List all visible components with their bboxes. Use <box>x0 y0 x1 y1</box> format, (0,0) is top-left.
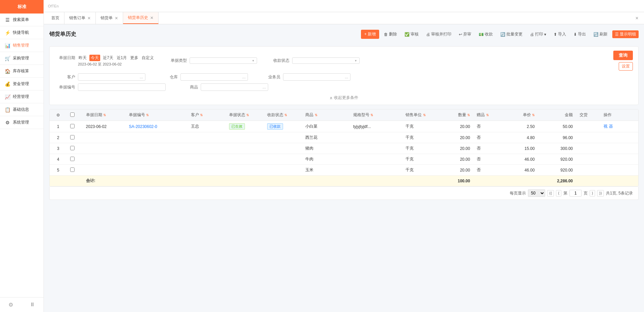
sidebar-item-basic-info[interactable]: 📋 基础信息 <box>0 103 44 116</box>
tab-sales-goods[interactable]: 销货单 ✕ <box>96 12 123 24</box>
filter-pay-status-select[interactable]: ▾ <box>292 57 360 64</box>
page-input[interactable] <box>569 190 582 197</box>
last-page-btn[interactable]: ⟩⟩ <box>597 190 604 197</box>
purchase-mgmt-icon: 🛒 <box>5 56 10 61</box>
action-btn[interactable]: 器 <box>609 124 613 129</box>
th-date[interactable]: 单据日期 ⇅ <box>83 109 125 121</box>
tab-sales-goods-close[interactable]: ✕ <box>115 16 118 21</box>
th-qty[interactable]: 数量 ⇅ <box>440 109 473 121</box>
print-button[interactable]: 🖨 打印 ▾ <box>527 30 549 38</box>
sidebar-pause-btn[interactable]: ⏸ <box>28 300 36 309</box>
salesman-dots[interactable]: ... <box>345 75 348 79</box>
abandon-button[interactable]: ↩ 弃审 <box>456 30 474 38</box>
row-checkbox[interactable] <box>70 167 75 172</box>
prev-page-btn[interactable]: ⟨ <box>556 190 561 197</box>
shortcut-today[interactable]: 今天 <box>89 55 100 61</box>
action-btn[interactable]: 视 <box>604 124 608 129</box>
doc-no-input-field[interactable] <box>80 85 163 89</box>
tab-sales-history-close[interactable]: ✕ <box>150 16 153 20</box>
row-checkbox-cell[interactable] <box>67 165 83 176</box>
query-button[interactable]: 查询 <box>613 51 633 60</box>
sidebar-item-ops-mgmt[interactable]: 📈 经营管理 <box>0 90 44 103</box>
warehouse-dots[interactable]: ... <box>242 75 246 79</box>
shortcut-1month[interactable]: 近1月 <box>116 55 128 61</box>
filter-salesman-input[interactable]: ... <box>283 73 351 81</box>
row-no <box>125 154 188 165</box>
audit-print-button[interactable]: 🖨 审核并打印 <box>423 30 454 38</box>
th-status[interactable]: 单据状态 ⇅ <box>226 109 264 121</box>
tab-sales-history[interactable]: 销货单历史 ✕ <box>123 12 159 24</box>
import-button[interactable]: ⬆ 导入 <box>551 30 569 38</box>
row-checkbox[interactable] <box>70 157 75 161</box>
shortcut-more[interactable]: 更多 <box>130 55 139 61</box>
sidebar-item-sales-mgmt[interactable]: 📊 销售管理 <box>0 39 44 52</box>
select-all-checkbox[interactable] <box>70 112 75 117</box>
row-actions: 视器 <box>600 121 638 132</box>
sidebar-item-purchase-mgmt[interactable]: 🛒 采购管理 <box>0 52 44 65</box>
row-pay-status: 已收款 <box>264 121 302 132</box>
collect-button[interactable]: 💵 收款 <box>476 30 496 38</box>
sidebar-item-search-menu[interactable]: ☰ 搜索菜单 <box>0 14 44 26</box>
sidebar-item-quick-nav-label: 快捷导航 <box>13 30 29 35</box>
th-price[interactable]: 单价 ⇅ <box>500 109 538 121</box>
goods-dots[interactable]: ... <box>262 85 266 89</box>
warehouse-input-field[interactable] <box>183 75 241 79</box>
row-checkbox[interactable] <box>70 146 75 150</box>
sort-date-icon: ⇅ <box>103 113 106 117</box>
row-checkbox[interactable] <box>70 135 75 139</box>
row-checkbox-cell[interactable] <box>67 154 83 165</box>
filter-customer-input[interactable]: ... <box>78 73 145 81</box>
sidebar-item-inventory-calc[interactable]: 🏠 库存核算 <box>0 65 44 78</box>
row-checkbox-cell[interactable] <box>67 132 83 143</box>
sidebar-item-fund-mgmt[interactable]: 💰 资金管理 <box>0 78 44 90</box>
tab-close-all[interactable]: ✕ <box>633 16 641 21</box>
first-page-btn[interactable]: ⟨⟨ <box>547 190 554 197</box>
row-checkbox-cell[interactable] <box>67 143 83 154</box>
customer-input-field[interactable] <box>80 75 138 79</box>
per-page-select[interactable]: 50 20 100 <box>528 189 545 197</box>
th-spec[interactable]: 规格型号 ⇅ <box>350 109 402 121</box>
filter-doc-type-select[interactable]: ▾ <box>190 57 257 64</box>
refresh-button[interactable]: 🔃 刷新 <box>591 30 610 38</box>
th-unit[interactable]: 销售单位 ⇅ <box>402 109 440 121</box>
settings-button[interactable]: 设置 <box>619 62 633 71</box>
collapse-button[interactable]: ∧ 收起更多条件 <box>55 94 633 101</box>
tab-home[interactable]: 首页 <box>47 12 64 24</box>
th-customer[interactable]: 客户 ⇅ <box>188 109 226 121</box>
row-goods: 玉米 <box>302 165 349 176</box>
tab-sales-order-close[interactable]: ✕ <box>87 16 91 21</box>
next-page-btn[interactable]: ⟩ <box>590 190 595 197</box>
sidebar-item-sys-mgmt[interactable]: ⚙ 系统管理 <box>0 116 44 129</box>
delete-button[interactable]: 🗑 删除 <box>381 30 400 38</box>
th-gift[interactable]: 赠品 ⇅ <box>473 109 500 121</box>
goods-input-field[interactable] <box>203 85 261 89</box>
filter-goods-label: 商品 <box>178 84 198 90</box>
th-checkbox[interactable] <box>67 109 83 121</box>
sidebar-item-quick-nav[interactable]: ⚡ 快捷导航 <box>0 26 44 39</box>
salesman-input-field[interactable] <box>285 75 343 79</box>
th-pay-status[interactable]: 收款状态 ⇅ <box>264 109 302 121</box>
show-detail-button[interactable]: ☰ 显示明细 <box>612 30 639 38</box>
tab-sales-order[interactable]: 销售订单 ✕ <box>64 12 96 24</box>
shortcut-7days[interactable]: 近7天 <box>102 55 114 61</box>
batch-change-button[interactable]: 🔄 批量变更 <box>498 30 525 38</box>
shortcut-custom[interactable]: 自定义 <box>141 55 155 61</box>
audit-button[interactable]: ✅ 审核 <box>402 30 421 38</box>
filter-doc-no-input[interactable] <box>78 83 166 91</box>
row-checkbox-cell[interactable] <box>67 121 83 132</box>
sidebar-settings-btn[interactable]: ⚙ <box>7 300 15 309</box>
filter-warehouse-input[interactable]: ... <box>180 73 248 81</box>
row-checkbox[interactable] <box>70 124 75 128</box>
th-no[interactable]: 单据编号 ⇅ <box>125 109 188 121</box>
th-goods[interactable]: 商品 ⇅ <box>302 109 349 121</box>
filter-goods-input[interactable]: ... <box>201 83 268 91</box>
tab-home-label: 首页 <box>51 15 59 21</box>
export-button[interactable]: ⬇ 导出 <box>571 30 589 38</box>
customer-dots[interactable]: ... <box>140 75 143 79</box>
shortcut-yesterday[interactable]: 昨天 <box>78 55 87 61</box>
row-trade <box>576 121 600 132</box>
row-no-link[interactable]: SA-20230602-0 <box>129 124 157 129</box>
new-button[interactable]: + 新增 <box>361 30 379 39</box>
print-icon: 🖨 <box>530 32 534 37</box>
th-settings[interactable]: ⚙ <box>50 109 67 121</box>
